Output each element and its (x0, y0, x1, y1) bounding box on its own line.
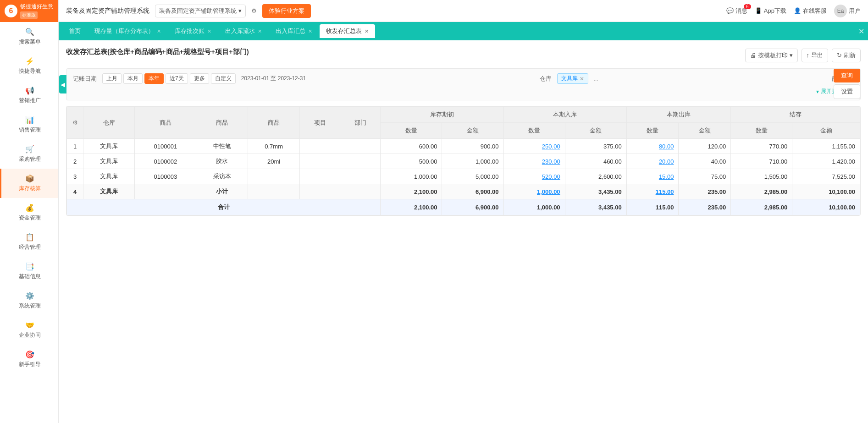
logo-text: 畅捷通好生意 (20, 3, 53, 11)
sidebar-item-quick-label: 快捷导航 (19, 67, 41, 75)
print-button[interactable]: 🖨 按模板打印 ▾ (745, 49, 798, 62)
date-btn-this-year[interactable]: 本年 (144, 73, 164, 84)
table-gear-icon[interactable]: ⚙ (72, 119, 78, 126)
page-wrapper: 收发存汇总表(按仓库+商品编码+商品+规格型号+项目+部门) 🖨 按模板打印 ▾… (59, 40, 868, 423)
app-download-label: App下载 (764, 7, 786, 15)
basic-info-icon: 📑 (25, 262, 34, 271)
sidebar-item-search[interactable]: 🔍 搜索菜单 (0, 22, 58, 51)
footer-out-qty: 115.00 (626, 199, 679, 215)
tab-inventory-dist[interactable]: 现存量（库存分布表） ✕ (88, 24, 167, 38)
tab-inventory-dist-close[interactable]: ✕ (157, 28, 161, 34)
date-btn-7days[interactable]: 近7天 (166, 73, 188, 84)
system-selector[interactable]: 装备及固定资产辅助管理系统 ▾ (155, 5, 246, 17)
operations-icon: 📋 (25, 233, 34, 242)
sidebar-item-basic-info[interactable]: 📑 基础信息 (0, 257, 58, 286)
sidebar-item-marketing-label: 营销推广 (19, 97, 41, 104)
cell-in-qty[interactable]: 1,000.00 (503, 184, 565, 199)
cell-opening-qty: 2,100.00 (381, 184, 442, 199)
sidebar-item-system[interactable]: ⚙️ 系统管理 (0, 286, 58, 315)
chevron-down-icon: ▾ (790, 52, 793, 59)
app-download-action[interactable]: 📱 App下载 (755, 7, 786, 15)
cell-in-amt: 460.00 (565, 154, 626, 169)
refresh-button[interactable]: ↻ 刷新 (832, 49, 861, 62)
date-btn-custom[interactable]: 自定义 (211, 73, 236, 84)
date-btn-last-month[interactable]: 上月 (102, 73, 122, 84)
tab-flow[interactable]: 出入库流水 ✕ (219, 24, 268, 38)
tab-summary-close[interactable]: ✕ (308, 28, 312, 34)
cell-name: 采访本 (196, 169, 248, 184)
sidebar-item-purchase-label: 采购管理 (19, 155, 41, 163)
th-opening-amt: 金额 (442, 123, 503, 139)
sidebar-nav: 🔍 搜索菜单 ⚡ 快捷导航 📢 营销推广 📊 销售管理 🛒 采购管理 📦 库存核… (0, 22, 58, 423)
footer-in-qty: 1,000.00 (503, 199, 565, 215)
date-buttons: 上月 本月 本年 近7天 更多 自定义 (102, 73, 236, 84)
cell-out-amt: 235.00 (679, 184, 731, 199)
cell-in-qty[interactable]: 230.00 (503, 154, 565, 169)
sidebar-item-inventory[interactable]: 📦 库存核算 (0, 169, 58, 198)
tab-batch-account-close[interactable]: ✕ (207, 28, 211, 34)
tab-batch-account[interactable]: 库存批次账 ✕ (168, 24, 218, 38)
th-closing: 结存 (731, 107, 860, 123)
sidebar-item-marketing[interactable]: 📢 营销推广 (0, 81, 58, 110)
sidebar-item-system-label: 系统管理 (19, 302, 41, 310)
cell-in-qty[interactable]: 250.00 (503, 139, 565, 154)
sidebar-item-operations[interactable]: 📋 经营管理 (0, 227, 58, 257)
tab-home[interactable]: 首页 (62, 24, 87, 38)
cell-code: 0100001 (135, 139, 196, 154)
date-btn-this-month[interactable]: 本月 (123, 73, 143, 84)
th-in-qty: 数量 (503, 123, 565, 139)
cell-out-qty[interactable]: 20.00 (626, 154, 679, 169)
cell-opening-qty: 600.00 (381, 139, 442, 154)
experience-button[interactable]: 体验行业方案 (262, 4, 311, 18)
query-button[interactable]: 查询 (834, 69, 860, 82)
th-settings: ⚙ (67, 107, 83, 139)
tab-summary[interactable]: 出入库汇总 ✕ (269, 24, 319, 38)
cell-out-qty[interactable]: 115.00 (626, 184, 679, 199)
tab-bar-close-all[interactable]: ✕ (858, 27, 864, 36)
cell-in-qty[interactable]: 520.00 (503, 169, 565, 184)
cell-dept (340, 169, 381, 184)
cell-out-qty[interactable]: 15.00 (626, 169, 679, 184)
footer-label: 合计 (67, 199, 381, 215)
table-row: 2 文具库 0100002 胶水 20ml 500.00 1,000.00 23… (67, 154, 860, 169)
header-right: 💬 消息 6 📱 App下载 👤 在线客服 Ea 用户 (726, 5, 861, 17)
th-closing-amt: 金额 (792, 123, 860, 139)
tab-recv-send-label: 收发存汇总表 (326, 27, 362, 35)
tab-bar: 首页 现存量（库存分布表） ✕ 库存批次账 ✕ 出入库流水 ✕ 出入库汇总 ✕ … (59, 22, 868, 40)
sidebar-item-quick-nav[interactable]: ⚡ 快捷导航 (0, 51, 58, 81)
th-project: 项目 (300, 107, 340, 139)
cell-opening-amt: 5,000.00 (442, 169, 503, 184)
cell-project (300, 154, 340, 169)
tab-recv-send[interactable]: 收发存汇总表 ✕ (320, 24, 375, 38)
user-action[interactable]: Ea 用户 (834, 5, 861, 17)
page-title: 收发存汇总表(按仓库+商品编码+商品+规格型号+项目+部门) (66, 48, 249, 56)
online-service-action[interactable]: 👤 在线客服 (794, 7, 827, 15)
settings-button[interactable]: 设置 (834, 84, 860, 99)
filter-row-1: 记账日期 上月 本月 本年 近7天 更多 自定义 2023-01-01 至 20… (73, 73, 854, 84)
tab-summary-label: 出入库汇总 (276, 27, 305, 35)
export-button[interactable]: ↑ 导出 (802, 49, 829, 62)
sidebar-item-purchase[interactable]: 🛒 采购管理 (0, 139, 58, 169)
message-action[interactable]: 💬 消息 6 (726, 7, 747, 15)
tab-recv-send-close[interactable]: ✕ (365, 28, 369, 34)
filter-collapse-btn[interactable]: ◀ (59, 75, 66, 93)
message-icon: 💬 (726, 7, 734, 14)
tab-flow-close[interactable]: ✕ (258, 28, 262, 34)
sidebar-item-sales[interactable]: 📊 销售管理 (0, 110, 58, 139)
cell-out-qty[interactable]: 80.00 (626, 139, 679, 154)
cell-closing-amt: 1,420.00 (792, 154, 860, 169)
tab-flow-label: 出入库流水 (225, 27, 255, 35)
filter-bar: ◀ 记账日期 上月 本月 本年 近7天 更多 自定义 2023-01-01 至 … (66, 68, 861, 100)
footer-opening-amt: 6,900.00 (442, 199, 503, 215)
th-product-spec: 商品 (248, 107, 300, 139)
sidebar-item-guide[interactable]: 🎯 新手引导 (0, 345, 58, 374)
th-opening: 库存期初 (381, 107, 503, 123)
sidebar-item-finance[interactable]: 💰 资金管理 (0, 198, 58, 227)
warehouse-more[interactable]: ... (594, 76, 598, 82)
settings-icon[interactable]: ⚙ (251, 7, 257, 14)
date-btn-more[interactable]: 更多 (190, 73, 209, 84)
cell-closing-amt: 1,155.00 (792, 139, 860, 154)
warehouse-tag-close[interactable]: ✕ (580, 76, 584, 82)
cell-project (300, 184, 340, 199)
sidebar-item-enterprise[interactable]: 🤝 企业协同 (0, 315, 58, 345)
